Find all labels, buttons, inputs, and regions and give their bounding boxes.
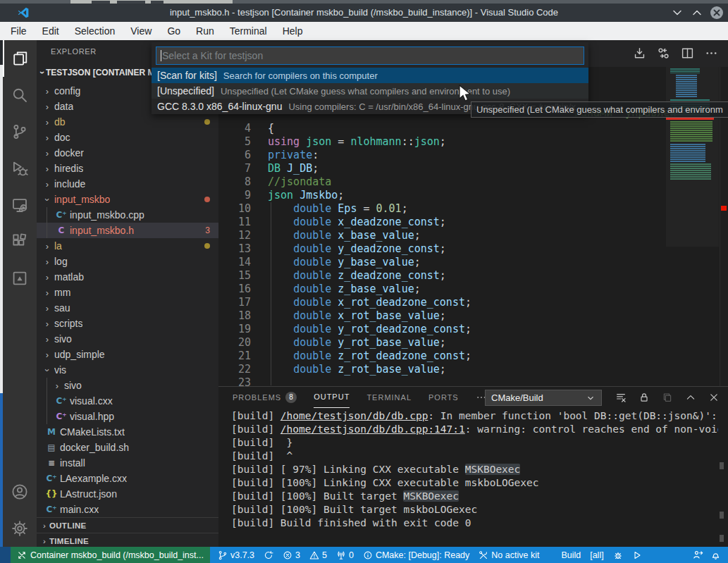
status-item-problems-errors[interactable]: 3 [279,550,304,560]
tree-item-udp_simple[interactable]: ›udp_simple [37,347,218,362]
output-console[interactable]: [build] /home/testjson/db/db.cpp: In mem… [231,409,718,547]
explorer-sidebar: EXPLORER › TESTJSON [CONTAINER MSK ›conf… [37,40,218,547]
lock-scroll-button[interactable] [638,392,650,403]
activity-bar-item-settings[interactable] [3,510,37,547]
status-item-feedback[interactable] [693,550,703,560]
cpp-file-icon: C⁺ [55,210,68,220]
status-item-launch-button[interactable] [629,550,646,560]
shell-file-icon: ▤ [45,443,58,452]
quickpick-item[interactable]: [Scan for kits]Search for compilers on t… [152,68,588,83]
panel-tab-problems[interactable]: PROBLEMS8 [224,388,305,408]
tree-item-docker[interactable]: ›docker [37,145,218,161]
clear-output-button[interactable] [615,392,627,403]
status-item-build-target[interactable]: [all] [586,550,607,560]
line-number: 20 [218,336,251,349]
status-item-ports[interactable]: 0 [333,550,357,560]
tree-item-include[interactable]: ›include [37,176,218,192]
status-item-git-tag[interactable]: v3.7.3 [214,550,258,560]
line-number: 22 [218,363,251,376]
status-item-debug-button[interactable] [610,550,627,560]
tree-item-docker_build.sh[interactable]: ▤docker_build.sh [37,440,218,455]
run-build-button[interactable] [633,47,646,60]
output-channel-select[interactable]: CMake/Build [485,390,602,406]
tree-item-db[interactable]: ›db [37,114,218,130]
menu-item-terminal[interactable]: Terminal [222,22,275,40]
tree-item-mm[interactable]: ›mm [37,285,218,300]
panel-tabs: PROBLEMS8OUTPUTTERMINALPORTS [224,387,495,408]
status-item-build-button[interactable]: Build [545,550,584,560]
menu-item-run[interactable]: Run [188,22,222,40]
open-changes-button[interactable] [657,47,670,60]
activity-bar-item-remote-explorer[interactable] [3,187,37,223]
menu-item-file[interactable]: File [3,22,35,40]
tree-item-la[interactable]: ›la [37,238,218,254]
tree-item-sau[interactable]: ›sau [37,300,218,316]
list-file-icon: ≡ [45,458,58,468]
menu-item-selection[interactable]: Selection [67,22,123,40]
close-panel-button[interactable] [708,392,720,403]
activity-bar-item-extensions[interactable] [3,223,37,260]
tree-item-doc[interactable]: ›doc [37,130,218,145]
activity-bar-item-accounts[interactable] [3,474,37,510]
maximize-button[interactable] [690,6,704,20]
tree-item-scripts[interactable]: ›scripts [37,316,218,331]
quickpick-input[interactable] [162,50,579,61]
activity-bar-item-explorer[interactable] [3,40,37,77]
status-item-label: CMake: [Debug]: Ready [376,550,469,560]
close-button[interactable] [710,6,724,20]
tree-item-input_mskbo.h[interactable]: Cinput_mskbo.h3 [37,223,218,238]
tree-item-label: input_mskbo [54,194,110,205]
tree-item-main.cxx[interactable]: C⁺main.cxx [37,502,218,517]
menu-item-go[interactable]: Go [159,22,188,40]
tree-item-visual.hpp[interactable]: C⁺visual.hpp [37,409,218,424]
menu-item-help[interactable]: Help [275,22,311,40]
file-link[interactable]: /home/testjson/db/db.cpp [280,410,428,421]
tree-item-input_mskbo[interactable]: ›input_mskbo [37,192,218,207]
status-item-active-kit[interactable]: No active kit [475,550,543,560]
status-item-sync[interactable] [260,550,277,560]
activity-bar-item-search[interactable] [3,77,37,113]
tree-item-sivo[interactable]: ›sivo [37,331,218,347]
sidebar-section-outline[interactable]: ›OUTLINE [37,517,218,533]
panel-tab-ports[interactable]: PORTS [420,388,467,408]
status-item-cmake-status[interactable]: CMake: [Debug]: Ready [359,550,473,560]
menu-item-edit[interactable]: Edit [35,22,67,40]
tree-item-visual.cxx[interactable]: C⁺visual.cxx [37,393,218,409]
code-line: 12 double x_base_value; [218,229,670,242]
minimize-button[interactable] [670,6,684,20]
quickpick-item[interactable]: [Unspecified]Unspecified (Let CMake gues… [152,83,588,99]
output-line: [build] /home/testjson/db/db.cpp: In mem… [231,409,718,423]
code-line: 5using json = nlohmann::json; [218,135,670,149]
menu-bar: FileEditSelectionViewGoRunTerminalHelp [0,22,728,40]
activity-bar-item-source-control[interactable] [3,113,37,150]
output-line: [build] Build finished with exit code 0 [231,516,718,530]
maximize-panel-button[interactable] [685,392,696,403]
tree-item-install[interactable]: ≡install [37,455,218,471]
tree-item-log[interactable]: ›log [37,254,218,269]
error-icon [283,550,292,560]
tree-item-input_mskbo.cpp[interactable]: C⁺input_mskbo.cpp [37,207,218,223]
tree-item-sivo[interactable]: ›sivo [37,378,218,393]
activity-bar-item-run-debug[interactable] [3,150,37,187]
sidebar-section-timeline[interactable]: ›TIMELINE [37,533,218,547]
copy-button[interactable] [662,392,673,403]
menu-item-view[interactable]: View [123,22,159,40]
quickpick-input-box[interactable] [156,47,584,65]
panel-tab-terminal[interactable]: TERMINAL [358,388,420,408]
status-item-problems-warnings[interactable]: 5 [306,550,331,560]
activity-bar-item-test-explorer[interactable] [3,260,37,297]
split-editor-button[interactable] [681,47,694,60]
tree-item-vis[interactable]: ›vis [37,362,218,378]
status-item-notifications[interactable] [710,550,721,560]
more-actions-button[interactable] [705,47,718,60]
tree-item-CMakeLists.txt[interactable]: MCMakeLists.txt [37,424,218,440]
panel-tab-output[interactable]: OUTPUT [305,387,358,408]
tree-item-LAstruct.json[interactable]: {}LAstruct.json [37,486,218,502]
tree-item-hiredis[interactable]: ›hiredis [37,161,218,176]
remote-indicator[interactable]: Container mskbo_build (/mskbo_build_inst… [11,547,210,563]
tree-item-matlab[interactable]: ›matlab [37,269,218,285]
code-text: json Jmskbo; [268,189,344,202]
file-link[interactable]: /home/testjson/db/db.cpp:147:1 [280,423,465,435]
tree-item-LAexample.cxx[interactable]: C⁺LAexample.cxx [37,471,218,486]
tree-item-label: mm [54,287,70,298]
